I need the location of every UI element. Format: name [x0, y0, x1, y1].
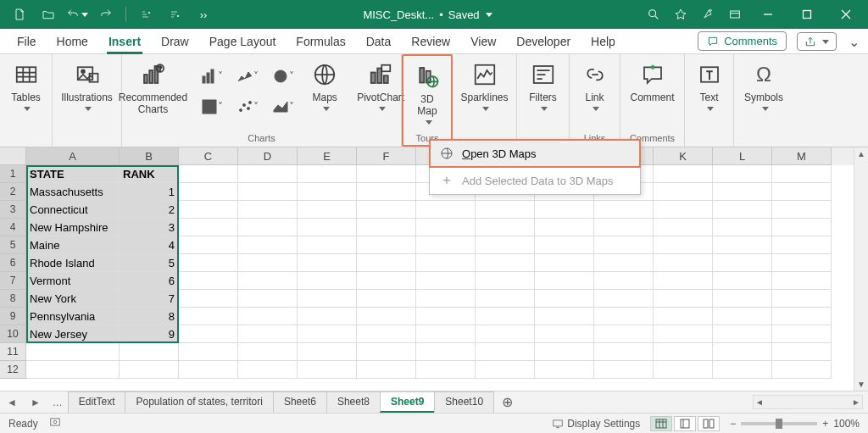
cell[interactable]	[654, 343, 713, 361]
tab-nav-prev[interactable]: ◄	[0, 397, 24, 408]
cell[interactable]	[713, 343, 772, 361]
cell[interactable]	[476, 236, 535, 254]
comments-button[interactable]: Comments	[698, 31, 787, 51]
cell[interactable]	[416, 272, 476, 290]
sheet-tab[interactable]: Sheet10	[434, 391, 494, 413]
column-header[interactable]: E	[298, 147, 357, 165]
cell[interactable]	[357, 308, 416, 325]
cell[interactable]	[476, 254, 535, 272]
comment-button[interactable]: Comment	[626, 58, 680, 107]
cell[interactable]	[120, 343, 179, 361]
cell[interactable]	[654, 361, 713, 379]
cell[interactable]	[298, 254, 357, 272]
redo-icon[interactable]	[93, 2, 119, 27]
cell[interactable]	[772, 254, 832, 272]
minimize-button[interactable]	[749, 0, 787, 29]
cell[interactable]	[535, 361, 594, 379]
macro-record-icon[interactable]	[48, 416, 62, 430]
cell[interactable]	[594, 272, 654, 290]
tab-nav-next[interactable]: ►	[24, 397, 47, 408]
scroll-up-icon[interactable]: ▲	[855, 147, 867, 160]
cell[interactable]	[713, 201, 772, 219]
link-button[interactable]: Link	[573, 58, 617, 114]
cell[interactable]	[357, 219, 416, 236]
row-header[interactable]: 7	[0, 272, 26, 290]
pivotchart-button[interactable]: PivotChart	[352, 58, 409, 114]
cell[interactable]	[238, 219, 298, 236]
cell[interactable]	[772, 183, 832, 201]
new-file-icon[interactable]	[7, 2, 32, 27]
cell[interactable]	[298, 325, 357, 343]
menu-file[interactable]: File	[8, 30, 45, 53]
cell[interactable]	[654, 219, 713, 236]
cell[interactable]	[476, 325, 535, 343]
normal-view-button[interactable]	[650, 416, 672, 431]
cell[interactable]	[416, 308, 476, 325]
column-header[interactable]: C	[179, 147, 238, 165]
sparklines-button[interactable]: Sparklines	[455, 58, 513, 114]
column-header[interactable]: K	[654, 147, 713, 165]
column-header[interactable]: B	[120, 147, 179, 165]
cell[interactable]: Pennsylvania	[26, 308, 120, 325]
sheet-tab[interactable]: Sheet8	[326, 391, 381, 413]
row-header[interactable]: 3	[0, 201, 26, 219]
scatter-chart-icon[interactable]: ˅	[233, 93, 262, 120]
cell[interactable]: 5	[120, 254, 179, 272]
cell[interactable]	[179, 165, 238, 183]
sort-desc-icon[interactable]	[162, 2, 187, 27]
row-header[interactable]: 10	[0, 325, 26, 343]
cell[interactable]	[120, 361, 179, 379]
zoom-out-button[interactable]: −	[730, 418, 736, 430]
cell[interactable]	[654, 165, 713, 183]
cell[interactable]	[416, 290, 476, 308]
vertical-scrollbar[interactable]: ▲ ▼	[854, 147, 868, 391]
cell[interactable]	[238, 361, 298, 379]
cell[interactable]	[238, 343, 298, 361]
cell[interactable]	[772, 165, 832, 183]
cell[interactable]	[535, 236, 594, 254]
cell[interactable]	[713, 219, 772, 236]
menu-formulas[interactable]: Formulas	[287, 30, 353, 53]
cell[interactable]	[179, 236, 238, 254]
cell[interactable]	[772, 236, 832, 254]
cell[interactable]	[713, 325, 772, 343]
cell[interactable]	[713, 308, 772, 325]
cell[interactable]	[713, 272, 772, 290]
cell[interactable]	[238, 290, 298, 308]
column-chart-icon[interactable]: ˅	[198, 63, 226, 90]
cell[interactable]	[476, 272, 535, 290]
row-header[interactable]: 11	[0, 343, 26, 361]
cell[interactable]	[298, 343, 357, 361]
menu-insert[interactable]: Insert	[100, 30, 149, 53]
cell[interactable]: RANK	[120, 165, 179, 183]
cell[interactable]	[238, 201, 298, 219]
page-break-view-button[interactable]	[698, 416, 720, 431]
cell[interactable]	[357, 325, 416, 343]
menu-view[interactable]: View	[462, 30, 504, 53]
cell[interactable]: Maine	[26, 236, 120, 254]
cell[interactable]	[713, 165, 772, 183]
cell[interactable]	[535, 272, 594, 290]
sheet-tab[interactable]: Population of states, territori	[125, 391, 273, 413]
cell[interactable]	[179, 219, 238, 236]
cell[interactable]: Massachusetts	[26, 183, 120, 201]
cell[interactable]	[238, 236, 298, 254]
cell[interactable]	[713, 290, 772, 308]
cell[interactable]: 8	[120, 308, 179, 325]
hierarchy-chart-icon[interactable]: ˅	[198, 93, 226, 120]
premium-icon[interactable]	[668, 2, 693, 27]
sheet-tab[interactable]: Sheet6	[273, 391, 327, 413]
row-header[interactable]: 1	[0, 165, 26, 183]
cell[interactable]	[298, 290, 357, 308]
cell[interactable]	[535, 308, 594, 325]
open-file-icon[interactable]	[36, 2, 61, 27]
cell[interactable]	[772, 361, 832, 379]
cell[interactable]	[298, 165, 357, 183]
cell[interactable]	[26, 361, 120, 379]
cell[interactable]	[713, 236, 772, 254]
new-sheet-button[interactable]: ⊕	[493, 394, 521, 410]
cell[interactable]	[535, 201, 594, 219]
column-header[interactable]: M	[772, 147, 832, 165]
row-header[interactable]: 4	[0, 219, 26, 236]
cell[interactable]	[476, 343, 535, 361]
